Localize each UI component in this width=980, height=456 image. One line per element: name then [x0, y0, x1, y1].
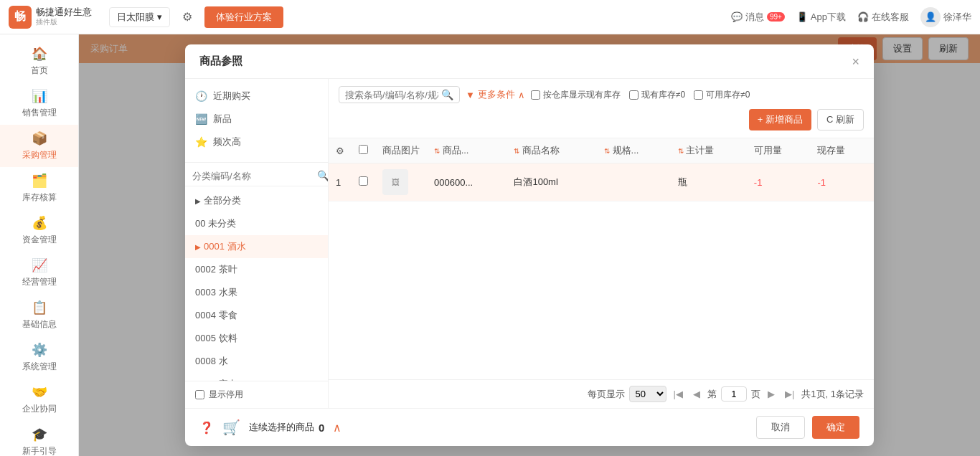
category-item-snack[interactable]: 0004 零食	[185, 304, 328, 327]
sidebar-item-guide[interactable]: 🎓 新手引导	[0, 421, 78, 456]
collapse-icon[interactable]: ∧	[333, 421, 341, 434]
expand-icon-active: ▶	[195, 243, 201, 251]
table-row[interactable]: 1 🖼 000600... 白酒100ml	[329, 163, 874, 201]
cancel-button[interactable]: 取消	[756, 416, 805, 439]
row-unit: 瓶	[671, 163, 747, 201]
category-item-all[interactable]: ▶ 全部分类	[185, 189, 328, 212]
th-stock: 现存量	[810, 138, 874, 163]
category-search-input[interactable]	[192, 171, 313, 181]
close-button[interactable]: ×	[852, 55, 859, 68]
toolbar-right-buttons: + 新增商品 C 刷新	[749, 109, 864, 130]
sort-icon-unit: ⇅	[678, 147, 684, 155]
category-item-drink[interactable]: 0005 饮料	[185, 327, 328, 350]
nav-online-service[interactable]: 🎧 在线客服	[857, 11, 909, 24]
th-settings[interactable]: ⚙	[329, 138, 352, 163]
modal-footer: ❓ 🛒 连续选择的商品 0 ∧ 取消 确定	[185, 408, 874, 446]
last-page-btn[interactable]: ▶|	[782, 387, 797, 401]
nav-selector[interactable]: 日太阳膜 ▾	[109, 7, 170, 27]
basic-info-icon: 📋	[32, 300, 47, 315]
sidebar-item-system[interactable]: ⚙️ 系统管理	[0, 336, 78, 379]
sidebar-item-corp[interactable]: 🤝 企业协同	[0, 379, 78, 421]
sidebar-item-operations[interactable]: 📈 经营管理	[0, 252, 78, 294]
new-icon: 🆕	[195, 113, 207, 125]
divider	[185, 162, 328, 163]
chevron-down-icon: ▾	[157, 11, 162, 22]
sidebar-item-finance[interactable]: 💰 资金管理	[0, 209, 78, 252]
th-spec[interactable]: ⇅ 规格...	[597, 138, 671, 163]
category-item-tea[interactable]: 0002 茶叶	[185, 258, 328, 281]
table-body: 1 🖼 000600... 白酒100ml	[329, 163, 874, 201]
help-icon[interactable]: ❓	[199, 421, 214, 434]
prev-page-btn[interactable]: ◀	[690, 387, 703, 401]
category-search: 🔍	[185, 166, 328, 186]
row-name: 白酒100ml	[507, 163, 597, 201]
search-submit-icon[interactable]: 🔍	[441, 89, 453, 100]
recent-purchase-tab[interactable]: 🕐 近期购买	[185, 85, 328, 108]
table-header: ⚙ 商品图片 ⇅	[329, 138, 874, 163]
sidebar-item-sales[interactable]: 📊 销售管理	[0, 82, 78, 125]
stock-not-zero-checkbox[interactable]: 现有库存≠0	[629, 89, 685, 101]
show-stock-by-warehouse-checkbox[interactable]: 按仓库显示现有库存	[531, 89, 621, 101]
category-item-water[interactable]: 0008 水	[185, 350, 328, 373]
th-name[interactable]: ⇅ 商品名称	[507, 138, 597, 163]
expand-icon: ▶	[195, 197, 201, 205]
footer-buttons: 取消 确定	[756, 416, 859, 439]
content-area: 采购订单 查询 设置 刷新 商品参照 ×	[79, 34, 980, 456]
filter-icon: ▼	[466, 90, 475, 100]
sidebar-item-home[interactable]: 🏠 首页	[0, 40, 78, 82]
product-reference-modal: 商品参照 × 🕐 近期购买 🆕	[185, 44, 874, 446]
sidebar-item-inventory[interactable]: 🗂️ 库存核算	[0, 167, 78, 209]
modal-body: 🕐 近期购买 🆕 新品 ⭐ 频次高	[185, 79, 874, 408]
product-search-bar: 🔍	[339, 86, 460, 103]
page-number-input[interactable]	[721, 386, 747, 402]
per-page-select[interactable]: 50 10 20 100	[629, 386, 666, 402]
add-product-button[interactable]: + 新增商品	[749, 109, 811, 130]
search-icon[interactable]: 🔍	[317, 170, 329, 181]
modal-header: 商品参照 ×	[185, 44, 874, 79]
nav-user[interactable]: 👤 徐泽华	[920, 7, 971, 27]
available-not-zero-checkbox[interactable]: 可用库存≠0	[694, 89, 750, 101]
category-item-uncategorized[interactable]: 00 未分类	[185, 212, 328, 235]
th-checkbox	[352, 138, 375, 163]
message-badge: 99+	[767, 12, 785, 22]
next-page-btn[interactable]: ▶	[765, 387, 778, 401]
row-available: -1	[747, 163, 811, 201]
purchase-icon: 📦	[32, 130, 47, 146]
th-code[interactable]: ⇅ 商品...	[427, 138, 507, 163]
category-item-appliance[interactable]: 0010 家电	[185, 373, 328, 381]
confirm-button[interactable]: 确定	[812, 416, 859, 439]
high-frequency-tab[interactable]: ⭐ 频次高	[185, 130, 328, 153]
cart-icon[interactable]: 🛒	[222, 419, 240, 436]
nav-messages[interactable]: 💬 消息 99+	[731, 11, 785, 24]
category-item-liquor[interactable]: ▶ 0001 酒水	[185, 235, 328, 258]
gear-icon[interactable]: ⚙	[176, 6, 199, 29]
sidebar: 🏠 首页 📊 销售管理 📦 采购管理 🗂️ 库存核算 💰 资金管理 📈 经营管理…	[0, 34, 79, 456]
chevron-up-icon: ∧	[518, 90, 525, 100]
refresh-button[interactable]: C 刷新	[817, 109, 864, 130]
sales-icon: 📊	[32, 88, 47, 104]
th-image: 商品图片	[375, 138, 427, 163]
try-btn[interactable]: 体验行业方案	[204, 6, 283, 28]
row-stock: -1	[810, 163, 874, 201]
show-disabled-checkbox[interactable]	[195, 390, 204, 399]
sidebar-item-basic-info[interactable]: 📋 基础信息	[0, 294, 78, 336]
operations-icon: 📈	[32, 257, 47, 273]
row-select-checkbox[interactable]	[359, 176, 368, 186]
nav-app-download[interactable]: 📱 App下载	[796, 11, 846, 24]
select-all-checkbox[interactable]	[359, 145, 368, 154]
new-product-tab[interactable]: 🆕 新品	[185, 108, 328, 130]
product-thumbnail: 🖼	[382, 169, 408, 195]
selected-info: 连续选择的商品 0	[249, 421, 324, 434]
first-page-btn[interactable]: |◀	[671, 387, 686, 401]
category-item-fruit[interactable]: 0003 水果	[185, 281, 328, 304]
more-filter-button[interactable]: ▼ 更多条件 ∧	[466, 88, 525, 101]
sidebar-item-purchase[interactable]: 📦 采购管理	[0, 125, 78, 167]
corp-icon: 🤝	[32, 384, 47, 400]
guide-icon: 🎓	[32, 427, 47, 442]
product-search-input[interactable]	[345, 90, 438, 100]
category-list: ▶ 全部分类 00 未分类 ▶ 0001 酒水 0002 茶	[185, 186, 328, 381]
row-code: 000600...	[427, 163, 507, 201]
modal-overlay: 商品参照 × 🕐 近期购买 🆕	[79, 34, 980, 456]
selected-count: 0	[319, 422, 324, 434]
th-unit[interactable]: ⇅ 主计量	[671, 138, 747, 163]
